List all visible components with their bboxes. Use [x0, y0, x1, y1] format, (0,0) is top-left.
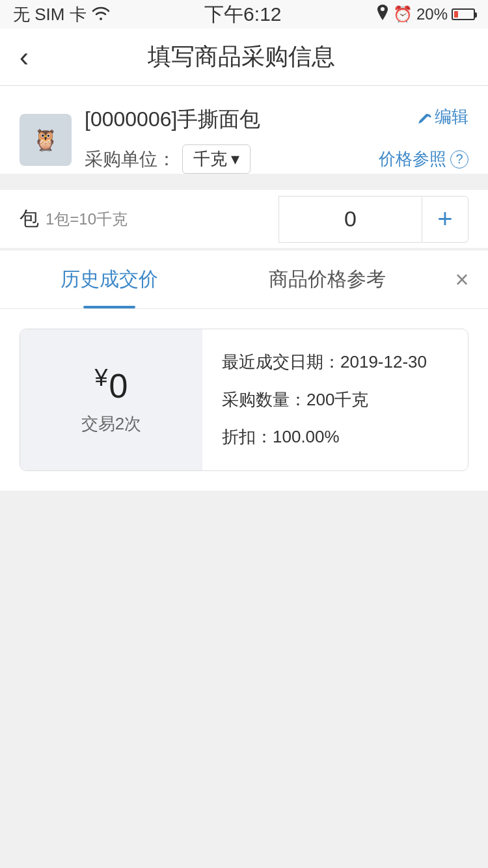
price-card: ¥0 交易2次 最近成交日期：2019-12-30 采购数量：200千克 折扣：… — [20, 329, 468, 471]
recent-date-label: 最近成交日期： — [222, 352, 340, 372]
purchase-qty-row: 采购数量：200千克 — [222, 387, 448, 414]
svg-point-0 — [381, 7, 385, 11]
carrier-text: 无 SIM 卡 — [13, 3, 87, 26]
battery-icon — [452, 8, 475, 20]
page-title: 填写商品采购信息 — [42, 41, 441, 73]
product-name-area: [0000006]手撕面包 采购单位： 千克 ▾ — [85, 105, 260, 174]
price-value: ¥0 — [95, 364, 128, 405]
battery-percent: 20% — [416, 5, 448, 23]
edit-button[interactable]: 编辑 — [418, 105, 468, 128]
price-details: 最近成交日期：2019-12-30 采购数量：200千克 折扣：100.00% — [202, 329, 468, 470]
tab-header: 历史成交价 商品价格参考 × — [0, 251, 488, 309]
status-right: ⏰ 20% — [376, 5, 475, 24]
purchase-qty-value: 200千克 — [306, 390, 368, 409]
tab-history-price[interactable]: 历史成交价 — [0, 251, 218, 308]
price-summary: ¥0 交易2次 — [20, 329, 202, 470]
tab-close-button[interactable]: × — [436, 266, 488, 293]
product-thumbnail: 🦉 — [20, 114, 72, 166]
tab-active-indicator — [83, 306, 135, 308]
currency-symbol: ¥ — [95, 364, 108, 391]
status-left: 无 SIM 卡 — [13, 3, 110, 26]
chevron-down-icon: ▾ — [231, 149, 239, 169]
price-ref-button[interactable]: 价格参照 ? — [379, 148, 468, 170]
tab-product-price[interactable]: 商品价格参考 — [218, 251, 436, 308]
trade-count: 交易2次 — [81, 413, 141, 435]
product-card: 🦉 [0000006]手撕面包 采购单位： 千克 ▾ 编辑 — [0, 86, 488, 174]
alarm-icon: ⏰ — [393, 5, 413, 23]
product-unit-row: 采购单位： 千克 ▾ — [85, 144, 260, 174]
product-name: [0000006]手撕面包 — [85, 105, 260, 134]
recent-date-value: 2019-12-30 — [340, 352, 427, 372]
bottom-space — [0, 491, 488, 868]
discount-value: 100.00% — [273, 427, 340, 446]
quantity-plus-button[interactable]: + — [422, 196, 468, 243]
location-icon — [376, 5, 389, 24]
back-button[interactable]: ‹ — [20, 44, 29, 71]
nav-bar: ‹ 填写商品采购信息 — [0, 29, 488, 86]
product-header: 🦉 [0000006]手撕面包 采购单位： 千克 ▾ 编辑 — [20, 105, 468, 174]
quantity-controls: 0 + — [278, 196, 468, 243]
status-time: 下午6:12 — [204, 1, 281, 28]
unit-name: 包 — [20, 206, 39, 232]
status-bar: 无 SIM 卡 下午6:12 ⏰ 20% — [0, 0, 488, 29]
quantity-row: 包 1包=10千克 0 + — [0, 189, 488, 248]
quantity-label: 包 1包=10千克 — [20, 206, 128, 232]
tab-panel: 历史成交价 商品价格参考 × ¥0 交易2次 最近成交日期：2019-12-30… — [0, 251, 488, 491]
quantity-input[interactable]: 0 — [278, 196, 422, 243]
discount-label: 折扣： — [222, 427, 273, 446]
recent-date-row: 最近成交日期：2019-12-30 — [222, 349, 448, 376]
unit-selector[interactable]: 千克 ▾ — [182, 144, 251, 174]
product-info: 🦉 [0000006]手撕面包 采购单位： 千克 ▾ — [20, 105, 260, 174]
product-logo-icon: 🦉 — [33, 129, 59, 150]
price-card-area: ¥0 交易2次 最近成交日期：2019-12-30 采购数量：200千克 折扣：… — [0, 309, 488, 491]
wifi-icon — [92, 5, 110, 25]
discount-row: 折扣：100.00% — [222, 424, 448, 451]
purchase-qty-label: 采购数量： — [222, 390, 306, 409]
unit-label: 采购单位： — [85, 147, 176, 172]
unit-conversion: 1包=10千克 — [46, 209, 128, 230]
info-icon: ? — [450, 150, 468, 169]
